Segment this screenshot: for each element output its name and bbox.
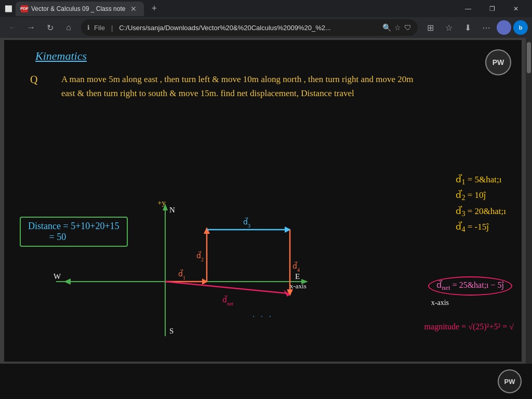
home-button[interactable]: ⌂ bbox=[60, 19, 77, 36]
maximize-button[interactable]: ❐ bbox=[480, 0, 504, 17]
decorative-dots: · · · bbox=[252, 312, 273, 320]
pw-logo-bottom: PW bbox=[498, 369, 522, 393]
refresh-button[interactable]: ↻ bbox=[42, 19, 58, 36]
shield-icon[interactable]: 🛡 bbox=[404, 23, 411, 32]
svg-text:x-axis: x-axis bbox=[290, 282, 307, 290]
svg-text:N: N bbox=[169, 206, 175, 214]
star-icon[interactable]: ☆ bbox=[394, 23, 401, 32]
svg-text:d⃗4: d⃗4 bbox=[292, 261, 300, 273]
minimize-button[interactable]: — bbox=[456, 0, 480, 17]
svg-text:W: W bbox=[54, 272, 61, 281]
window-icon: ⬜ bbox=[4, 5, 12, 13]
svg-text:d⃗2: d⃗2 bbox=[196, 251, 204, 262]
browser-tab[interactable]: PDF Vector & Calculus 09 _ Class note ✕ bbox=[16, 2, 144, 16]
address-bar[interactable]: ℹ File | C:/Users/sanja/Downloads/Vector… bbox=[81, 19, 418, 36]
svg-marker-9 bbox=[64, 278, 71, 285]
close-button[interactable]: ✕ bbox=[504, 0, 528, 17]
net-displacement-oval: d⃗net = 25&hat;ı − 5ĵ bbox=[428, 276, 512, 296]
address-text: C:/Users/sanja/Downloads/Vector%20&%20Ca… bbox=[119, 24, 378, 32]
scrollbar[interactable] bbox=[526, 38, 532, 364]
info-icon: ℹ bbox=[87, 24, 90, 31]
bing-button[interactable]: b bbox=[513, 20, 528, 35]
file-label: File bbox=[94, 24, 105, 32]
new-tab-button[interactable]: + bbox=[147, 3, 161, 14]
pdf-container: Kinematics PW Q A man move 5m along east… bbox=[0, 38, 532, 364]
d2-equation: d⃗2 = 10ĵ bbox=[456, 188, 506, 204]
bottom-bar: PW bbox=[0, 364, 532, 399]
magnitude-line: magnitude = √(25)²+5² = √ bbox=[424, 322, 514, 331]
window-controls: — ❐ ✕ bbox=[456, 0, 528, 17]
search-icon[interactable]: 🔍 bbox=[382, 23, 391, 32]
scrollbar-thumb[interactable] bbox=[527, 42, 531, 73]
svg-text:d⃗net: d⃗net bbox=[222, 295, 233, 307]
svg-text:E: E bbox=[295, 272, 300, 281]
pdf-tab-icon: PDF bbox=[21, 5, 28, 12]
address-actions: 🔍 ☆ 🛡 bbox=[382, 23, 411, 32]
address-separator: | bbox=[111, 24, 113, 32]
question-mark: Q bbox=[30, 74, 37, 86]
favorites-icon[interactable]: ☆ bbox=[441, 19, 457, 36]
downloads-icon[interactable]: ⬇ bbox=[459, 19, 476, 36]
svg-text:+y: +y bbox=[157, 201, 166, 207]
d4-equation: d⃗4 = -15ĵ bbox=[456, 220, 506, 235]
pw-logo-top: PW bbox=[485, 49, 511, 75]
tab-label: Vector & Calculus 09 _ Class note bbox=[31, 5, 125, 12]
svg-marker-14 bbox=[204, 227, 210, 234]
kinematics-heading: Kinematics bbox=[35, 49, 87, 63]
title-bar-left: ⬜ PDF Vector & Calculus 09 _ Class note … bbox=[4, 2, 161, 16]
browser-frame: ⬜ PDF Vector & Calculus 09 _ Class note … bbox=[0, 0, 532, 399]
title-bar: ⬜ PDF Vector & Calculus 09 _ Class note … bbox=[0, 0, 532, 17]
nav-right: ⊞ ☆ ⬇ ⋯ b bbox=[422, 19, 528, 36]
x-axis-label: x-axis bbox=[431, 299, 449, 307]
profile-avatar[interactable] bbox=[497, 20, 511, 35]
forward-button[interactable]: → bbox=[23, 19, 39, 36]
back-button[interactable]: ← bbox=[4, 19, 21, 36]
svg-text:d⃗3: d⃗3 bbox=[243, 217, 250, 229]
question-text: A man move 5m along east , then turn lef… bbox=[61, 72, 423, 100]
d3-equation: d⃗3 = 20&hat;ı bbox=[456, 204, 506, 220]
more-button[interactable]: ⋯ bbox=[478, 19, 495, 36]
svg-line-22 bbox=[165, 282, 289, 294]
pdf-page: Kinematics PW Q A man move 5m along east… bbox=[4, 40, 522, 362]
svg-text:d⃗1: d⃗1 bbox=[178, 269, 185, 281]
nav-bar: ← → ↻ ⌂ ℹ File | C:/Users/sanja/Download… bbox=[0, 17, 532, 38]
collections-icon[interactable]: ⊞ bbox=[422, 19, 438, 36]
tab-close-button[interactable]: ✕ bbox=[128, 4, 139, 14]
vector-equations: d⃗1 = 5&hat;ı d⃗2 = 10ĵ d⃗3 = 20&hat;ı d… bbox=[456, 172, 506, 236]
svg-text:S: S bbox=[169, 327, 174, 335]
d1-equation: d⃗1 = 5&hat;ı bbox=[456, 172, 506, 188]
diagram-svg: +y N S E W d⃗1 d⃗2 d⃗3 bbox=[51, 201, 363, 347]
